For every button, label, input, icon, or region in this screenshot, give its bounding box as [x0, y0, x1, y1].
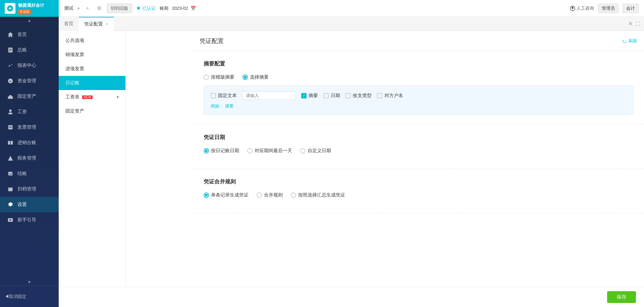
svg-text:¥: ¥ — [9, 80, 11, 83]
sidebar-item-funds[interactable]: ¥ 资金管理 — [0, 73, 59, 89]
home-icon — [7, 31, 14, 38]
sidebar-item-label-fixed-assets: 固定资产 — [17, 93, 36, 99]
left-nav-public-label: 公共选项 — [65, 38, 84, 43]
payroll-icon — [7, 108, 14, 116]
settings-icon — [7, 201, 14, 208]
payroll-table-arrow-icon: ▾ — [117, 95, 119, 99]
topbar-settings-button[interactable]: ⚙ — [96, 4, 103, 13]
left-nav-public[interactable]: 公共选项 — [59, 34, 125, 48]
sidebar-item-fixed-assets[interactable]: 固定资产 — [0, 89, 59, 104]
sidebar-item-home[interactable]: 首页 — [0, 27, 59, 42]
summary-checkbox[interactable]: 摘要 — [301, 93, 318, 99]
left-nav-payroll-table-label: 工资表 — [65, 94, 79, 99]
date-radio-period-last-circle — [247, 148, 253, 154]
refresh-button[interactable]: 刷新 — [623, 38, 637, 44]
left-nav-journal[interactable]: 日记账 — [59, 76, 125, 90]
svg-point-9 — [9, 109, 11, 112]
logo-text: 畅捷通好会计 — [18, 2, 44, 8]
fixed-text-checkbox-box — [211, 93, 216, 98]
summary-section: 摘要配置 按模版摘要 选择摘要 固定文本 — [193, 51, 644, 125]
sidebar-item-label-beginner: 新手引导 — [17, 217, 36, 223]
tab-home-label: 首页 — [64, 21, 73, 27]
scroll-up-arrow[interactable]: ▲ — [0, 17, 59, 24]
beginner-icon — [7, 216, 14, 224]
cancel-fixed-btn[interactable]: ◀取消固定 — [0, 290, 59, 303]
consult-button[interactable]: 人工咨询 — [570, 5, 594, 11]
sidebar-footer: ◀取消固定 — [0, 286, 59, 307]
save-button[interactable]: 保存 — [607, 291, 636, 303]
close-window-icon[interactable]: ✕ — [628, 20, 633, 27]
admin-button[interactable]: 管理员 — [598, 4, 619, 13]
date-radio-period-last[interactable]: 对应期间最后一天 — [247, 148, 292, 154]
svg-marker-15 — [8, 156, 13, 161]
add-tab-button[interactable]: ＋ — [84, 3, 92, 13]
sidebar-item-label-sales-ledger: 进销台账 — [17, 140, 36, 146]
fixed-text-checkbox[interactable]: 固定文本 — [211, 93, 237, 99]
sidebar-item-archive[interactable]: 归档管理 — [0, 181, 59, 197]
sidebar-item-ledger[interactable]: 总账 — [0, 42, 59, 58]
summary-radio-template-label: 按模版摘要 — [211, 74, 234, 80]
logo-icon — [5, 3, 15, 14]
main-panel: 凭证配置 刷新 摘要配置 按模版摘要 — [126, 31, 644, 307]
cancel-fixed-label: ◀取消固定 — [5, 294, 26, 300]
merge-radio-single[interactable]: 单条记录生成凭证 — [204, 192, 249, 198]
payment-type-checkbox[interactable]: 收支类型 — [345, 93, 372, 99]
summary-radio-template[interactable]: 按模版摘要 — [204, 74, 234, 80]
logo-badge: 专业版 — [18, 9, 31, 14]
certified-label: 已认证 — [143, 5, 156, 11]
svg-rect-8 — [9, 95, 11, 96]
date-radio-custom[interactable]: 自定义日期 — [300, 148, 331, 154]
merge-radio-select-summary[interactable]: 按照选择汇总生成凭证 — [291, 192, 345, 198]
date-radio-custom-label: 自定义日期 — [308, 148, 331, 154]
summary-radio-select-label: 选择摘要 — [250, 74, 269, 80]
svg-rect-7 — [8, 96, 13, 99]
left-nav-payroll-table[interactable]: 工资表 NEW ▾ — [59, 90, 125, 104]
sidebar-item-reports[interactable]: 报表中心 — [0, 58, 59, 73]
tab-close-icon[interactable]: × — [105, 21, 109, 27]
scroll-down-arrow[interactable]: ▼ — [0, 278, 59, 286]
switch-old-version-button[interactable]: 切到旧版 — [107, 4, 132, 13]
certified-icon — [136, 6, 141, 11]
expand-window-icon[interactable]: ⛶ — [635, 21, 640, 27]
sales-ledger-icon — [7, 139, 14, 146]
closing-icon — [7, 170, 14, 177]
merge-radio-rules[interactable]: 合并规则 — [257, 192, 283, 198]
sidebar: 畅捷通好会计 专业版 ▲ 首页 总账 报表中心 — [0, 0, 59, 307]
left-nav-purchase-invoice[interactable]: 进项发票 — [59, 62, 125, 76]
invoice-icon — [7, 124, 14, 131]
refresh-icon — [623, 39, 627, 43]
fixed-text-input[interactable] — [242, 91, 296, 100]
summary-config-row: 固定文本 摘要 日期 收支类型 — [211, 91, 626, 100]
merge-section-title: 凭证合并规则 — [204, 178, 633, 185]
sidebar-item-settings[interactable]: 设置 — [0, 197, 59, 212]
payment-type-checkbox-box — [345, 93, 351, 98]
sidebar-item-invoice[interactable]: 发票管理 — [0, 120, 59, 135]
merge-radio-rules-circle — [257, 192, 262, 198]
merge-radio-select-summary-label: 按照选择汇总生成凭证 — [298, 192, 345, 198]
company-chevron-icon[interactable]: ▾ — [77, 6, 79, 11]
consult-icon — [570, 6, 575, 11]
summary-radio-select[interactable]: 选择摘要 — [243, 74, 269, 80]
merge-radio-single-label: 单条记录生成凭证 — [211, 192, 249, 198]
merge-radio-single-circle — [204, 192, 209, 198]
sidebar-item-label-settings: 设置 — [17, 202, 27, 208]
counterparty-checkbox[interactable]: 对方户名 — [377, 93, 403, 99]
date-radio-journal-label: 按日记账日期 — [211, 148, 239, 154]
left-nav-fixed-assets[interactable]: 固定资产 — [59, 104, 125, 118]
sidebar-item-closing[interactable]: 结账 — [0, 166, 59, 181]
sidebar-item-sales-ledger[interactable]: 进销台账 — [0, 135, 59, 150]
accountant-button[interactable]: 会计 — [623, 4, 639, 13]
date-radio-journal[interactable]: 按日记账日期 — [204, 148, 239, 154]
sidebar-item-beginner[interactable]: 新手引导 — [0, 212, 59, 228]
left-nav-sales-invoice[interactable]: 销项发票 — [59, 48, 125, 62]
date-checkbox[interactable]: 日期 — [323, 93, 340, 99]
sidebar-item-tax[interactable]: 税务管理 — [0, 150, 59, 166]
sidebar-item-label-home: 首页 — [17, 32, 27, 38]
date-checkbox-box — [323, 93, 329, 98]
sidebar-item-payroll[interactable]: 工资 — [0, 104, 59, 120]
tab-voucher-config[interactable]: 凭证配置 × — [79, 17, 114, 31]
summary-radio-select-circle — [243, 75, 248, 80]
svg-rect-18 — [8, 188, 13, 191]
tab-right-buttons: ✕ ⛶ — [628, 20, 644, 27]
tab-home[interactable]: 首页 — [59, 17, 79, 31]
